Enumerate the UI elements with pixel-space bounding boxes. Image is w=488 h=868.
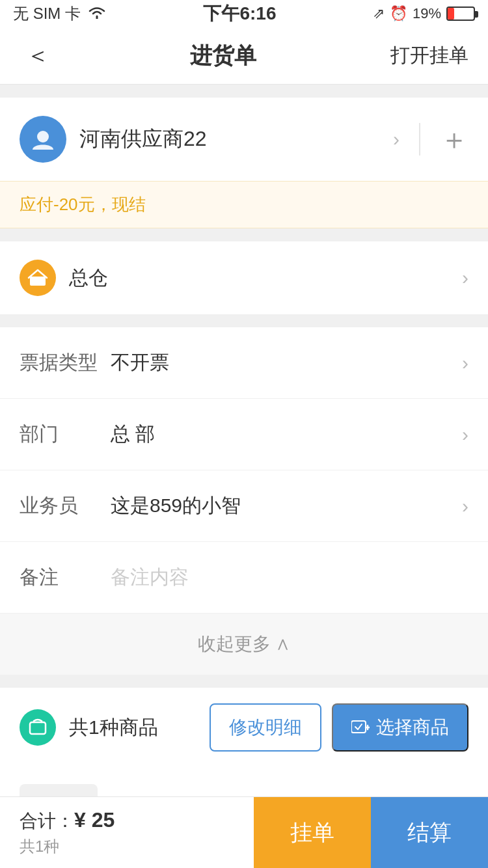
invoice-type-label: 票据类型 [20, 349, 98, 376]
no-sim-label: 无 SIM 卡 [13, 3, 81, 24]
total-count: 共1种 [20, 836, 234, 857]
salesperson-value: 这是859的小智 [111, 493, 462, 519]
warehouse-chevron-icon: › [462, 267, 468, 289]
department-chevron-icon: › [462, 424, 468, 446]
back-button[interactable]: ＜ [20, 33, 56, 78]
supplier-name: 河南供应商22 [79, 125, 393, 154]
settle-button[interactable]: 结算 [371, 797, 488, 868]
battery-percent: 19% [413, 5, 441, 22]
invoice-type-value: 不开票 [111, 349, 462, 376]
section-gap-3 [0, 314, 488, 327]
warehouse-section: 总仓 › [0, 241, 488, 314]
bottom-bar: 合计：¥ 25 共1种 挂单 结算 [0, 796, 488, 868]
wifi-icon [87, 5, 107, 23]
battery-icon [446, 7, 475, 21]
svg-point-0 [37, 131, 49, 142]
location-icon: ⇗ [373, 5, 385, 22]
status-time: 下午6:16 [203, 1, 276, 26]
supplier-divider [419, 123, 420, 156]
warehouse-name: 总仓 [69, 265, 462, 292]
supplier-row[interactable]: 河南供应商22 › ＋ [0, 98, 488, 181]
remark-input[interactable]: 备注内容 [111, 564, 468, 591]
warehouse-row[interactable]: 总仓 › [0, 241, 488, 314]
invoice-type-chevron-icon: › [462, 352, 468, 374]
department-value: 总 部 [111, 421, 462, 448]
supplier-avatar [20, 116, 66, 163]
remark-label: 备注 [20, 564, 98, 591]
status-bar: 无 SIM 卡 下午6:16 ⇗ ⏰ 19% [0, 0, 488, 27]
department-label: 部门 [20, 421, 98, 448]
add-button[interactable]: ＋ [440, 120, 468, 159]
products-count: 共1种商品 [69, 714, 210, 741]
total-section: 合计：¥ 25 共1种 [0, 797, 254, 868]
status-left: 无 SIM 卡 [13, 3, 107, 24]
department-row[interactable]: 部门 总 部 › [0, 398, 488, 470]
section-gap-4 [0, 675, 488, 688]
total-label: 合计： [20, 811, 74, 831]
page-title: 进货单 [190, 41, 256, 71]
supplier-chevron-icon: › [393, 128, 400, 150]
invoice-type-row[interactable]: 票据类型 不开票 › [0, 327, 488, 398]
salesperson-label: 业务员 [20, 493, 98, 519]
select-product-button[interactable]: 选择商品 [332, 703, 468, 752]
total-amount: 合计：¥ 25 [20, 808, 234, 834]
svg-rect-3 [351, 721, 366, 733]
open-pending-button[interactable]: 打开挂单 [390, 42, 468, 69]
section-gap-2 [0, 228, 488, 241]
svg-rect-2 [30, 722, 46, 734]
products-icon [20, 709, 56, 746]
remark-row[interactable]: 备注 备注内容 [0, 541, 488, 613]
salesperson-chevron-icon: › [462, 495, 468, 517]
hang-button[interactable]: 挂单 [254, 797, 371, 868]
svg-rect-1 [30, 277, 46, 286]
form-section: 票据类型 不开票 › 部门 总 部 › 业务员 这是859的小智 › 备注 备注… [0, 327, 488, 613]
select-product-label: 选择商品 [376, 715, 449, 740]
salesperson-row[interactable]: 业务员 这是859的小智 › [0, 470, 488, 541]
section-gap-1 [0, 85, 488, 98]
collapse-button[interactable]: 收起更多 ∧ [0, 614, 488, 675]
products-header: 共1种商品 修改明细 选择商品 [0, 688, 488, 767]
status-right: ⇗ ⏰ 19% [373, 5, 475, 22]
supplier-section: 河南供应商22 › ＋ 应付-20元，现结 [0, 98, 488, 228]
edit-detail-button[interactable]: 修改明细 [210, 703, 321, 752]
alarm-icon: ⏰ [390, 5, 407, 22]
nav-bar: ＜ 进货单 打开挂单 [0, 27, 488, 85]
info-banner: 应付-20元，现结 [0, 181, 488, 228]
warehouse-icon [20, 260, 56, 296]
